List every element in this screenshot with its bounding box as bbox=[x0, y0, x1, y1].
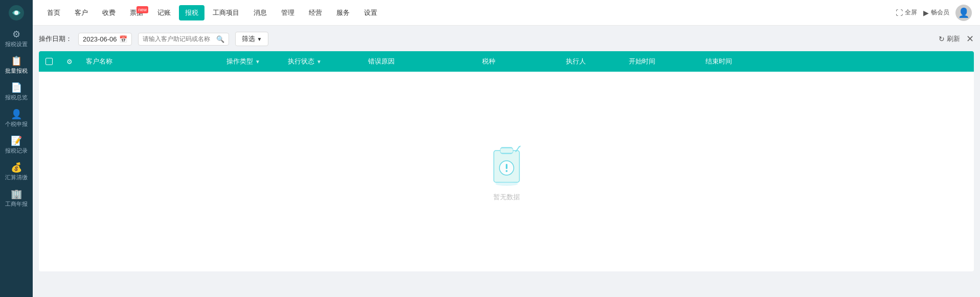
sidebar-item-baoshui-jilu[interactable]: 📝 报税记录 bbox=[0, 132, 33, 159]
filter-button[interactable]: 筛选 ▼ bbox=[235, 32, 269, 46]
topnav-right: ⛶ 全屏 ▶ 畅会员 👤 bbox=[896, 5, 972, 21]
date-picker[interactable]: 2023-06-06 📅 bbox=[78, 33, 132, 46]
nav-jingying[interactable]: 经营 bbox=[303, 5, 328, 20]
sidebar-item-hisuan-jiaona[interactable]: 💰 汇算清缴 bbox=[0, 159, 33, 185]
payment-icon: 💰 bbox=[11, 163, 22, 172]
nav-guanli[interactable]: 管理 bbox=[275, 5, 301, 20]
search-input[interactable] bbox=[143, 35, 214, 43]
th-customer-name: 客户名称 bbox=[80, 57, 213, 66]
date-value: 2023-06-06 bbox=[83, 35, 117, 43]
calendar-icon: 📅 bbox=[119, 35, 127, 43]
filter-label: 筛选 bbox=[242, 34, 255, 44]
sidebar-item-baoshui-zongllan[interactable]: 📄 报税总览 bbox=[0, 79, 33, 105]
settings-icon: ⚙ bbox=[12, 30, 20, 39]
new-badge: new bbox=[136, 6, 148, 13]
play-icon: ▶ bbox=[923, 9, 929, 17]
sidebar: ⚙ 报税设置 📋 批量报税 📄 报税总览 👤 个税申报 📝 报税记录 💰 汇算清… bbox=[0, 0, 33, 297]
record-icon: 📝 bbox=[11, 136, 22, 145]
batch-tax-icon: 📋 bbox=[11, 56, 22, 66]
refresh-button[interactable]: ↻ 刷新 bbox=[939, 34, 960, 44]
nav-baoshui[interactable]: 报税 bbox=[179, 5, 204, 20]
empty-text: 暂无数据 bbox=[493, 193, 520, 202]
nav-jizhang[interactable]: 记账 bbox=[151, 5, 177, 20]
svg-point-7 bbox=[506, 170, 508, 172]
date-label: 操作日期： bbox=[39, 34, 72, 44]
top-navigation: 首页 客户 收费 票据 new 记账 报税 工商项目 消息 管理 经营 服务 设… bbox=[33, 0, 980, 26]
svg-point-1 bbox=[14, 11, 18, 15]
filter-icon: ▼ bbox=[255, 59, 260, 65]
nav-kehu[interactable]: 客户 bbox=[69, 5, 94, 20]
fullscreen-icon: ⛶ bbox=[896, 9, 903, 17]
table-body: 暂无数据 bbox=[39, 72, 974, 271]
filter-icon-2: ▼ bbox=[316, 59, 322, 65]
nav-shoufei[interactable]: 收费 bbox=[96, 5, 122, 20]
sidebar-item-gongshang-nianbao[interactable]: 🏢 工商年报 bbox=[0, 185, 33, 212]
toolbar-right: ↻ 刷新 ✕ bbox=[939, 34, 974, 44]
annual-report-icon: 🏢 bbox=[11, 189, 22, 199]
nav-shezhi[interactable]: 设置 bbox=[358, 5, 383, 20]
sidebar-item-baoshui-shezhi[interactable]: ⚙ 报税设置 bbox=[0, 26, 33, 52]
data-table: ⚙ 客户名称 操作类型 ▼ 执行状态 ▼ 错误原因 税种 bbox=[39, 51, 974, 271]
th-start-time: 开始时间 bbox=[601, 57, 683, 66]
member-button[interactable]: ▶ 畅会员 bbox=[923, 8, 949, 17]
user-avatar[interactable]: 👤 bbox=[955, 5, 972, 21]
chevron-down-icon: ▼ bbox=[257, 36, 262, 42]
nav-piaoju[interactable]: 票据 new bbox=[124, 5, 149, 20]
th-end-time: 结束时间 bbox=[683, 57, 755, 66]
gear-icon: ⚙ bbox=[66, 58, 73, 66]
svg-marker-9 bbox=[519, 145, 521, 147]
nav-home[interactable]: 首页 bbox=[41, 5, 66, 20]
person-tax-icon: 👤 bbox=[11, 110, 22, 119]
nav-gongshang[interactable]: 工商项目 bbox=[207, 5, 245, 20]
empty-illustration bbox=[486, 141, 527, 187]
page-content: 操作日期： 2023-06-06 📅 🔍 筛选 ▼ ↻ 刷新 ✕ bbox=[33, 26, 980, 297]
overview-icon: 📄 bbox=[11, 83, 22, 92]
fullscreen-button[interactable]: ⛶ 全屏 bbox=[896, 8, 917, 17]
svg-point-10 bbox=[495, 182, 518, 186]
close-button[interactable]: ✕ bbox=[966, 34, 974, 44]
th-error-reason: 错误原因 bbox=[335, 57, 427, 66]
nav-items: 首页 客户 收费 票据 new 记账 报税 工商项目 消息 管理 经营 服务 设… bbox=[41, 5, 896, 20]
search-box[interactable]: 🔍 bbox=[138, 33, 229, 46]
search-icon: 🔍 bbox=[216, 35, 224, 43]
nav-xiaoxi[interactable]: 消息 bbox=[247, 5, 273, 20]
sidebar-logo bbox=[0, 0, 33, 26]
svg-rect-4 bbox=[500, 148, 513, 153]
main-content: 首页 客户 收费 票据 new 记账 报税 工商项目 消息 管理 经营 服务 设… bbox=[33, 0, 980, 297]
nav-fuwu[interactable]: 服务 bbox=[330, 5, 356, 20]
select-all-checkbox[interactable] bbox=[45, 58, 53, 65]
th-tax-type: 税种 bbox=[427, 57, 550, 66]
th-exec-status[interactable]: 执行状态 ▼ bbox=[274, 57, 335, 66]
table-header: ⚙ 客户名称 操作类型 ▼ 执行状态 ▼ 错误原因 税种 bbox=[39, 51, 974, 72]
sidebar-item-geshui-shenbao[interactable]: 👤 个税申报 bbox=[0, 105, 33, 132]
sidebar-item-piliang-baoshui[interactable]: 📋 批量报税 bbox=[0, 52, 33, 79]
th-settings[interactable]: ⚙ bbox=[59, 58, 80, 66]
th-executor: 执行人 bbox=[550, 57, 601, 66]
toolbar: 操作日期： 2023-06-06 📅 🔍 筛选 ▼ ↻ 刷新 ✕ bbox=[39, 32, 974, 46]
th-checkbox[interactable] bbox=[39, 58, 59, 65]
svg-rect-6 bbox=[506, 164, 507, 169]
refresh-icon: ↻ bbox=[939, 35, 945, 43]
th-operation-type[interactable]: 操作类型 ▼ bbox=[213, 57, 274, 66]
